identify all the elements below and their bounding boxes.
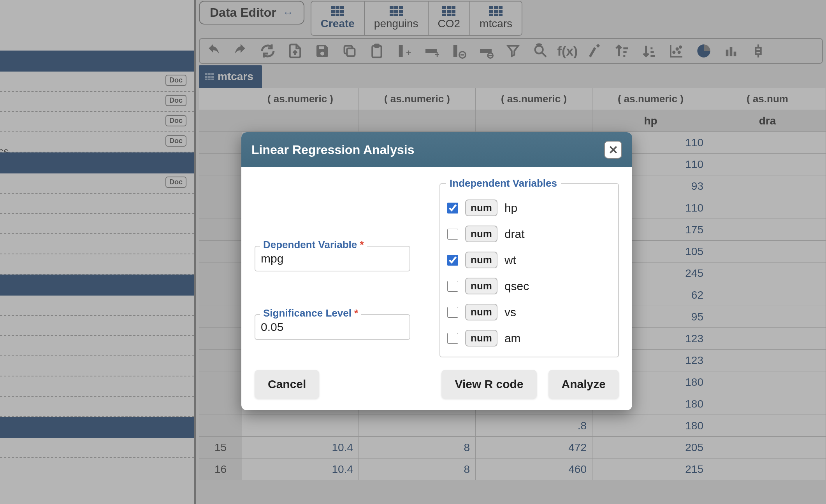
dialog-title: Linear Regression Analysis xyxy=(251,143,415,157)
variable-name: qsec xyxy=(504,280,529,293)
variable-name: vs xyxy=(504,306,516,319)
variable-checkbox-wt[interactable] xyxy=(447,255,458,266)
variable-row: numwt xyxy=(446,247,613,273)
variable-row: numdrat xyxy=(446,221,613,247)
dialog-footer: Cancel View R code Analyze xyxy=(241,363,632,410)
independent-variables-box: Independent Variables numhpnumdratnumwtn… xyxy=(439,177,619,357)
variable-name: hp xyxy=(504,201,517,215)
variable-row: numam xyxy=(446,325,613,351)
variable-row: numqsec xyxy=(446,273,613,299)
type-pill: num xyxy=(465,252,497,268)
linear-regression-dialog: Linear Regression Analysis ✕ Dependent V… xyxy=(241,132,632,410)
dependent-variable-field: Dependent Variable * xyxy=(255,246,425,271)
variable-checkbox-qsec[interactable] xyxy=(447,281,458,292)
type-pill: num xyxy=(465,226,497,242)
variable-row: numvs xyxy=(446,299,613,325)
dialog-titlebar: Linear Regression Analysis ✕ xyxy=(241,132,632,167)
variable-checkbox-hp[interactable] xyxy=(447,203,458,214)
analyze-button[interactable]: Analyze xyxy=(548,370,619,399)
variable-name: drat xyxy=(504,228,525,241)
variable-name: wt xyxy=(504,254,516,267)
variable-checkbox-vs[interactable] xyxy=(447,307,458,318)
variable-name: am xyxy=(504,332,521,345)
type-pill: num xyxy=(465,304,497,320)
variable-checkbox-am[interactable] xyxy=(447,333,458,344)
variable-row: numhp xyxy=(446,195,613,221)
close-button[interactable]: ✕ xyxy=(604,141,622,159)
type-pill: num xyxy=(465,200,497,216)
variable-checkbox-drat[interactable] xyxy=(447,229,458,240)
significance-level-label: Significance Level * xyxy=(260,307,361,319)
type-pill: num xyxy=(465,278,497,294)
view-r-code-button[interactable]: View R code xyxy=(441,370,536,399)
type-pill: num xyxy=(465,330,497,346)
significance-level-field: Significance Level * xyxy=(255,314,425,340)
independent-variables-label: Independent Variables xyxy=(446,177,561,189)
dependent-variable-label: Dependent Variable * xyxy=(260,239,367,251)
cancel-button[interactable]: Cancel xyxy=(255,370,319,399)
close-icon: ✕ xyxy=(608,143,618,157)
